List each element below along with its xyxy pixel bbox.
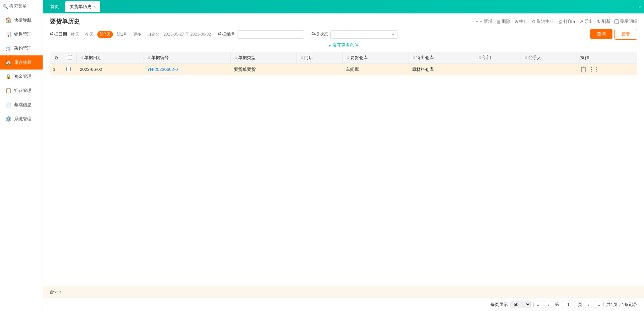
doc-no-label: 单据编号 bbox=[218, 31, 235, 37]
prev-page-button[interactable]: ‹ bbox=[545, 301, 552, 308]
row-checkbox[interactable] bbox=[66, 67, 71, 71]
select-all-checkbox[interactable] bbox=[68, 55, 72, 59]
doc-no-input[interactable] bbox=[237, 30, 304, 39]
more-icon[interactable]: ⋮⋮ bbox=[589, 66, 599, 73]
cell-req-warehouse: 车间库 bbox=[342, 64, 409, 75]
doc-status-filter: 单据状态 bbox=[311, 30, 397, 39]
next-page-button[interactable]: › bbox=[585, 301, 592, 308]
th-doc-type[interactable]: 单据类型 bbox=[230, 52, 297, 64]
filter-area: 单据日期 昨天 今天 近7天 近1月 更多 自定义 2023-05-27 至 2… bbox=[43, 26, 644, 52]
page-title: 要货单历史 bbox=[50, 17, 80, 26]
first-page-button[interactable]: « bbox=[533, 301, 542, 308]
th-req-warehouse[interactable]: 要货仓库 bbox=[342, 52, 409, 64]
search-icon: 🔍 bbox=[3, 4, 8, 9]
delete-button[interactable]: 🗑 删除 bbox=[496, 18, 511, 25]
filter-expand-row: ▾ 展开更多条件 bbox=[50, 42, 637, 48]
view-icon[interactable]: 📋 bbox=[580, 66, 587, 73]
toolbar: ＋ + 新增 🗑 删除 ⊘ 中止 ⊘ 取消中止 🖨 打印 bbox=[475, 18, 637, 25]
filter-main-row: 单据日期 昨天 今天 近7天 近1月 更多 自定义 2023-05-27 至 2… bbox=[50, 29, 637, 40]
close-button[interactable]: × bbox=[639, 4, 641, 9]
doc-no-link[interactable]: YH-20230602-0 bbox=[147, 67, 178, 72]
date-last7days[interactable]: 近7天 bbox=[97, 31, 113, 38]
data-table: ⚙ 单据日期 单据编号 单据类型 门店 要货仓库 待出仓库 部门 经手人 操作 bbox=[50, 52, 637, 75]
plus-icon: ＋ bbox=[475, 18, 479, 25]
print-icon: 🖨 bbox=[558, 19, 562, 24]
table-area: ⚙ 单据日期 单据编号 单据类型 门店 要货仓库 待出仓库 部门 经手人 操作 bbox=[43, 52, 644, 286]
page-number-input[interactable] bbox=[562, 301, 575, 308]
export-button[interactable]: ↗ 导出 bbox=[580, 18, 593, 25]
sidebar-item-label: 经营管理 bbox=[14, 88, 32, 94]
display-detail-input[interactable] bbox=[614, 19, 619, 24]
th-pending-warehouse[interactable]: 待出仓库 bbox=[409, 52, 475, 64]
info-icon: 📄 bbox=[5, 102, 11, 108]
th-store[interactable]: 门店 bbox=[297, 52, 342, 64]
sidebar-item-ops-mgmt[interactable]: 📋 经营管理 bbox=[0, 84, 43, 98]
sidebar-item-basic-info[interactable]: 📄 基础信息 bbox=[0, 98, 43, 112]
date-custom[interactable]: 自定义 bbox=[145, 31, 161, 38]
sidebar-search-label: 搜索菜单 bbox=[9, 3, 27, 9]
sidebar-item-label: 系统管理 bbox=[14, 116, 32, 122]
date-filter-label: 单据日期 bbox=[50, 31, 67, 37]
sidebar-item-label: 资金管理 bbox=[14, 74, 32, 80]
date-more[interactable]: 更多 bbox=[131, 31, 143, 38]
print-button[interactable]: 🖨 打印 ▾ bbox=[558, 18, 576, 25]
table-header-row: ⚙ 单据日期 单据编号 单据类型 门店 要货仓库 待出仓库 部门 经手人 操作 bbox=[50, 52, 637, 64]
sidebar-item-quick-nav[interactable]: 🏠 快捷导航 bbox=[0, 13, 43, 27]
cell-handler bbox=[521, 64, 577, 75]
th-doc-no[interactable]: 单据编号 bbox=[144, 52, 230, 64]
export-icon: ↗ bbox=[580, 19, 583, 24]
filter-actions: 查询 设置 bbox=[590, 29, 637, 40]
last-page-button[interactable]: » bbox=[595, 301, 603, 308]
sidebar-item-sys-mgmt[interactable]: ⚙️ 系统管理 bbox=[0, 112, 43, 126]
sidebar-search[interactable]: 🔍 搜索菜单 bbox=[0, 0, 43, 13]
pagination: 每页显示 50 100 « ‹ 第 页 › » 共1页，1条记录 bbox=[43, 298, 644, 311]
tab-close-icon[interactable]: × bbox=[94, 5, 96, 9]
new-button[interactable]: ＋ + 新增 bbox=[475, 18, 492, 25]
filter-settings-button[interactable]: 设置 bbox=[614, 29, 637, 40]
page-size-label: 每页显示 bbox=[490, 302, 508, 308]
doc-status-select[interactable] bbox=[330, 30, 397, 39]
sidebar-item-label: 库存核算 bbox=[14, 59, 32, 65]
delete-icon: 🗑 bbox=[496, 19, 501, 24]
date-last1month[interactable]: 近1月 bbox=[115, 31, 129, 38]
page-label: 第 bbox=[555, 302, 559, 308]
th-dept[interactable]: 部门 bbox=[475, 52, 521, 64]
chart-icon: 📊 bbox=[5, 31, 11, 37]
doc-no-filter: 单据编号 bbox=[218, 30, 304, 39]
maximize-button[interactable]: □ bbox=[634, 4, 636, 9]
cell-store bbox=[297, 64, 342, 75]
page-size-select[interactable]: 50 100 bbox=[511, 301, 531, 308]
sidebar-item-label: 采购管理 bbox=[14, 45, 32, 51]
tab-active[interactable]: 要货单历史 × bbox=[65, 1, 100, 12]
date-range-display: 2023-05-27 至 2023-06-02 bbox=[163, 32, 211, 37]
refresh-button[interactable]: ↻ 刷新 bbox=[597, 18, 610, 25]
sum-label: 合计： bbox=[50, 289, 63, 295]
page-suffix: 页 bbox=[578, 302, 582, 308]
th-handler[interactable]: 经手人 bbox=[521, 52, 577, 64]
date-today[interactable]: 今天 bbox=[83, 31, 95, 38]
sidebar-item-inventory-calc[interactable]: 🏠 库存核算 bbox=[0, 55, 43, 70]
th-checkbox bbox=[63, 52, 76, 64]
sidebar-item-label: 基础信息 bbox=[14, 102, 32, 108]
sidebar-item-fund-mgmt[interactable]: 🔒 资金管理 bbox=[0, 70, 43, 84]
expand-more-label: 展开更多条件 bbox=[332, 42, 359, 48]
sidebar-item-purchase-mgmt[interactable]: 🛒 采购管理 bbox=[0, 41, 43, 55]
date-options: 昨天 今天 近7天 近1月 更多 自定义 bbox=[69, 31, 161, 38]
th-settings[interactable]: ⚙ bbox=[50, 52, 63, 64]
table-row: 1 2023-06-02 YH-20230602-0 要货单要货 车间库 原材料… bbox=[50, 64, 637, 75]
lock-icon: 🔒 bbox=[5, 74, 11, 80]
expand-more-button[interactable]: ▾ 展开更多条件 bbox=[329, 42, 359, 48]
sidebar-item-sales-mgmt[interactable]: 📊 销售管理 bbox=[0, 27, 43, 41]
cell-operation: 📋 ⋮⋮ bbox=[577, 64, 637, 75]
cancel-suspend-button[interactable]: ⊘ 取消中止 bbox=[532, 18, 554, 25]
minimize-button[interactable]: — bbox=[627, 4, 631, 9]
query-button[interactable]: 查询 bbox=[590, 29, 612, 39]
th-doc-date[interactable]: 单据日期 bbox=[76, 52, 144, 64]
suspend-button[interactable]: ⊘ 中止 bbox=[515, 18, 528, 25]
date-yesterday[interactable]: 昨天 bbox=[69, 31, 81, 38]
display-detail-checkbox[interactable]: 显示明细 bbox=[614, 18, 637, 25]
inventory-icon: 🏠 bbox=[5, 59, 11, 65]
tab-home[interactable]: 首页 bbox=[46, 0, 64, 13]
content-area: 要货单历史 ＋ + 新增 🗑 删除 ⊘ 中止 ⊘ 取消中止 bbox=[43, 13, 644, 311]
cell-num: 1 bbox=[50, 64, 63, 75]
